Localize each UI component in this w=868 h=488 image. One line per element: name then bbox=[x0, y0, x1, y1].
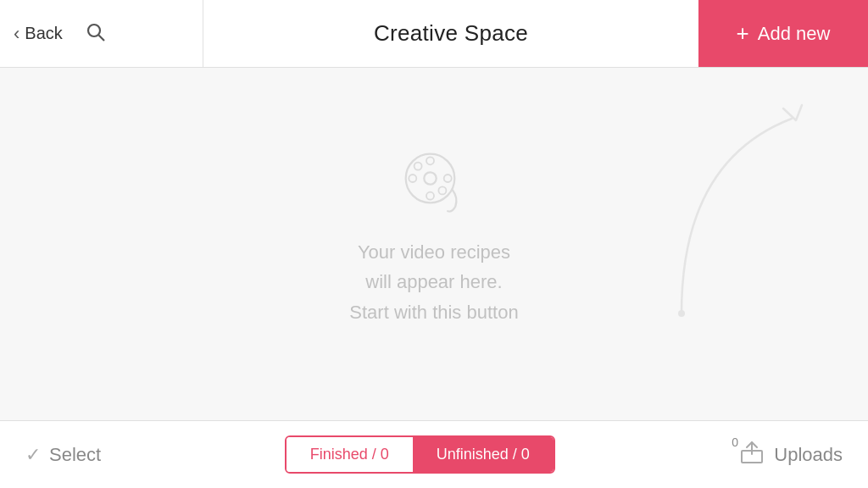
upload-count: 0 bbox=[732, 435, 738, 449]
uploads-button[interactable]: 0 Uploads bbox=[738, 439, 843, 471]
finished-tab-label: Finished / 0 bbox=[310, 446, 389, 463]
search-icon bbox=[85, 21, 107, 43]
search-button[interactable] bbox=[80, 16, 112, 51]
main-content: Your video recipes will appear here. Sta… bbox=[0, 68, 868, 420]
header-center: Creative Space bbox=[203, 20, 698, 47]
upload-icon-wrap: 0 bbox=[738, 439, 765, 471]
svg-point-2 bbox=[678, 310, 685, 317]
select-button[interactable]: ✓ Select bbox=[25, 444, 101, 466]
back-button[interactable]: ‹ Back bbox=[14, 23, 63, 45]
tab-group: Finished / 0 Unfinished / 0 bbox=[285, 435, 555, 474]
empty-text-line3: Start with this button bbox=[349, 297, 518, 327]
select-label: Select bbox=[49, 444, 101, 466]
footer: ✓ Select Finished / 0 Unfinished / 0 0 U… bbox=[0, 420, 868, 488]
svg-point-6 bbox=[426, 192, 434, 200]
svg-point-4 bbox=[424, 173, 436, 185]
uploads-label: Uploads bbox=[774, 444, 843, 466]
finished-tab[interactable]: Finished / 0 bbox=[287, 437, 413, 472]
svg-line-1 bbox=[98, 36, 104, 42]
empty-text-line1: Your video recipes bbox=[349, 237, 518, 267]
back-label: Back bbox=[25, 24, 62, 43]
add-new-label: Add new bbox=[758, 23, 831, 45]
header-left: ‹ Back bbox=[0, 0, 203, 67]
svg-point-0 bbox=[88, 25, 100, 36]
add-new-button[interactable]: + Add new bbox=[698, 0, 868, 67]
unfinished-tab-label: Unfinished / 0 bbox=[437, 446, 530, 463]
svg-point-7 bbox=[409, 175, 416, 182]
plus-icon: + bbox=[737, 20, 749, 47]
upload-icon bbox=[738, 439, 765, 466]
film-reel-icon bbox=[396, 144, 472, 220]
empty-text-line2: will appear here. bbox=[349, 267, 518, 297]
arrow-illustration bbox=[665, 93, 817, 330]
svg-point-10 bbox=[438, 187, 446, 195]
checkmark-icon: ✓ bbox=[25, 444, 41, 466]
empty-state-text: Your video recipes will appear here. Sta… bbox=[349, 237, 518, 327]
unfinished-tab[interactable]: Unfinished / 0 bbox=[413, 437, 554, 472]
page-title: Creative Space bbox=[374, 20, 528, 47]
svg-point-5 bbox=[426, 158, 434, 165]
back-chevron-icon: ‹ bbox=[14, 23, 19, 45]
svg-point-3 bbox=[406, 154, 455, 203]
empty-state: Your video recipes will appear here. Sta… bbox=[349, 144, 518, 327]
svg-point-9 bbox=[415, 163, 422, 170]
header: ‹ Back Creative Space + Add new bbox=[0, 0, 868, 68]
svg-point-8 bbox=[444, 175, 452, 182]
